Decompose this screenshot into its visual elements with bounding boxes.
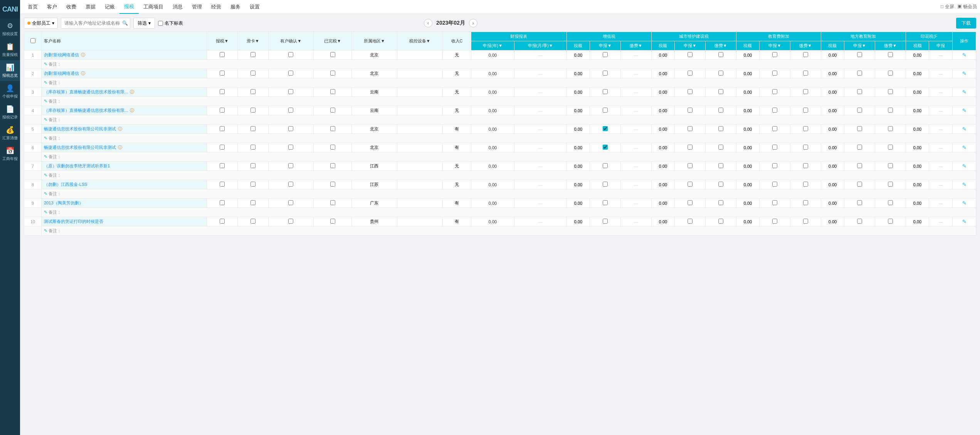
search-box[interactable]: 🔍 <box>61 18 130 29</box>
tax-report-checkbox[interactable] <box>220 126 225 131</box>
city-declare-checkbox[interactable] <box>688 71 693 76</box>
edit-remark-icon[interactable]: ✎ <box>44 191 47 196</box>
local-declare-checkbox[interactable] <box>857 108 862 113</box>
nav-home[interactable]: 首页 <box>23 0 42 14</box>
paid-tax-checkbox[interactable] <box>330 145 335 150</box>
local-pay-checkbox[interactable] <box>888 182 893 187</box>
tax-report-checkbox[interactable] <box>220 182 225 187</box>
swipe-card-checkbox[interactable] <box>250 89 256 94</box>
prev-period-button[interactable]: ‹ <box>424 19 432 27</box>
edit-remark-icon[interactable]: ✎ <box>44 154 47 159</box>
swipe-card-checkbox[interactable] <box>250 182 256 187</box>
company-name-link[interactable]: 勿删!新锐网络通信 <box>44 71 79 76</box>
tax-report-checkbox[interactable] <box>220 219 225 224</box>
local-pay-checkbox[interactable] <box>888 108 893 113</box>
swipe-card-checkbox[interactable] <box>250 108 256 113</box>
local-pay-checkbox[interactable] <box>888 200 893 205</box>
tax-report-checkbox[interactable] <box>220 89 225 94</box>
nav-customer[interactable]: 客户 <box>42 0 62 14</box>
edu-pay-checkbox[interactable] <box>803 89 808 94</box>
swipe-card-checkbox[interactable] <box>250 71 256 76</box>
swipe-card-checkbox[interactable] <box>250 126 256 131</box>
search-input[interactable] <box>64 20 122 26</box>
nav-invoice[interactable]: 票据 <box>81 0 100 14</box>
nav-industry[interactable]: 工商项目 <box>139 0 168 14</box>
edu-pay-checkbox[interactable] <box>803 200 808 205</box>
edu-pay-checkbox[interactable] <box>803 108 808 113</box>
named-checkbox[interactable] <box>158 21 163 26</box>
swipe-card-checkbox[interactable] <box>250 219 256 224</box>
local-pay-checkbox[interactable] <box>888 163 893 168</box>
city-declare-checkbox[interactable] <box>688 163 693 168</box>
edu-declare-checkbox[interactable] <box>772 108 777 113</box>
local-declare-checkbox[interactable] <box>857 145 862 150</box>
city-declare-checkbox[interactable] <box>688 89 693 94</box>
nav-tax[interactable]: 报税 <box>119 0 139 14</box>
local-declare-checkbox[interactable] <box>857 52 862 57</box>
company-name-link[interactable]: （原）误删勿改李绝牙测试听养新1 <box>44 164 110 168</box>
select-all-checkbox[interactable] <box>30 38 35 43</box>
edu-pay-checkbox[interactable] <box>803 182 808 187</box>
edu-pay-checkbox[interactable] <box>803 126 808 131</box>
edit-button[interactable]: ✎ <box>962 182 967 187</box>
swipe-card-checkbox[interactable] <box>250 145 256 150</box>
nav-service[interactable]: 服务 <box>226 0 245 14</box>
user-confirm-checkbox[interactable] <box>288 108 293 113</box>
vat-declare-checkbox[interactable] <box>603 71 608 76</box>
nav-bookkeeping[interactable]: 记账 <box>100 0 119 14</box>
edu-declare-checkbox[interactable] <box>772 126 777 131</box>
sidebar-item-annual-report[interactable]: 📅 工商年报 <box>0 143 20 164</box>
edu-pay-checkbox[interactable] <box>803 219 808 224</box>
city-declare-checkbox[interactable] <box>688 182 693 187</box>
tax-report-checkbox[interactable] <box>220 145 225 150</box>
local-pay-checkbox[interactable] <box>888 89 893 94</box>
edit-remark-icon[interactable]: ✎ <box>44 228 47 233</box>
vat-declare-checkbox[interactable] <box>603 126 608 131</box>
edit-remark-icon[interactable]: ✎ <box>44 136 47 140</box>
user-confirm-checkbox[interactable] <box>288 145 293 150</box>
company-name-link[interactable]: （勿删）江西股金-LSS <box>44 182 87 187</box>
employee-filter[interactable]: 全部员工 ▾ <box>24 18 58 29</box>
local-pay-checkbox[interactable] <box>888 52 893 57</box>
city-pay-checkbox[interactable] <box>718 108 723 113</box>
user-confirm-checkbox[interactable] <box>288 219 293 224</box>
city-declare-checkbox[interactable] <box>688 108 693 113</box>
tax-report-checkbox[interactable] <box>220 52 225 57</box>
company-name-link[interactable]: （库存核算）直播畅捷通信息技术股份有限... <box>44 108 128 113</box>
vat-declare-checkbox[interactable] <box>603 145 608 150</box>
tax-report-checkbox[interactable] <box>220 108 225 113</box>
vat-declare-checkbox[interactable] <box>603 200 608 205</box>
city-pay-checkbox[interactable] <box>718 182 723 187</box>
paid-tax-checkbox[interactable] <box>330 163 335 168</box>
city-pay-checkbox[interactable] <box>718 219 723 224</box>
local-declare-checkbox[interactable] <box>857 71 862 76</box>
paid-tax-checkbox[interactable] <box>330 108 335 113</box>
edit-button[interactable]: ✎ <box>962 108 967 113</box>
local-declare-checkbox[interactable] <box>857 182 862 187</box>
nav-billing[interactable]: 收费 <box>62 0 81 14</box>
paid-tax-checkbox[interactable] <box>330 71 335 76</box>
edu-declare-checkbox[interactable] <box>772 163 777 168</box>
nav-management[interactable]: 管理 <box>187 0 207 14</box>
sidebar-item-tax-records[interactable]: 📄 报税记录 <box>0 102 20 123</box>
user-confirm-checkbox[interactable] <box>288 89 293 94</box>
sidebar-item-summary-tax[interactable]: 💰 汇算清缴 <box>0 123 20 143</box>
local-pay-checkbox[interactable] <box>888 145 893 150</box>
city-pay-checkbox[interactable] <box>718 200 723 205</box>
edu-declare-checkbox[interactable] <box>772 52 777 57</box>
city-pay-checkbox[interactable] <box>718 89 723 94</box>
edu-declare-checkbox[interactable] <box>772 89 777 94</box>
local-declare-checkbox[interactable] <box>857 163 862 168</box>
vat-declare-checkbox[interactable] <box>603 52 608 57</box>
local-declare-checkbox[interactable] <box>857 126 862 131</box>
nav-settings[interactable]: 设置 <box>245 0 264 14</box>
company-name-link[interactable]: 勿删!新锐网络通信 <box>44 52 79 57</box>
edit-button[interactable]: ✎ <box>962 163 967 169</box>
named-label-container[interactable]: 名下标表 <box>158 20 183 27</box>
paid-tax-checkbox[interactable] <box>330 200 335 205</box>
edit-button[interactable]: ✎ <box>962 52 967 58</box>
swipe-card-checkbox[interactable] <box>250 163 256 168</box>
city-declare-checkbox[interactable] <box>688 126 693 131</box>
company-name-link[interactable]: （库存核算）直播畅捷通信息技术股份有限... <box>44 89 128 94</box>
edu-declare-checkbox[interactable] <box>772 200 777 205</box>
